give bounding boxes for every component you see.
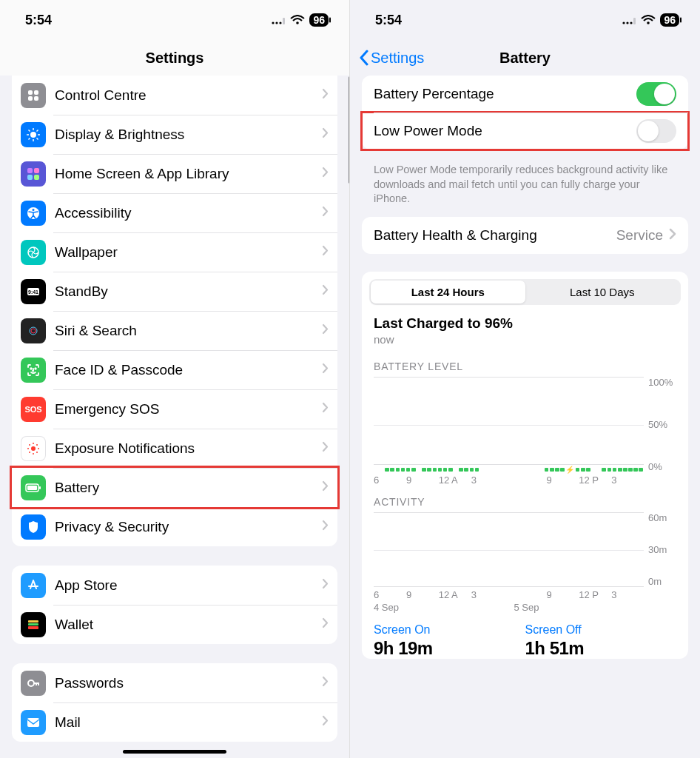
settings-row-brightness[interactable]: Display & Brightness [12,115,337,154]
row-label: Privacy & Security [55,519,322,535]
svg-point-38 [36,444,38,446]
wifi-icon [641,15,656,25]
svg-rect-20 [27,175,33,180]
chevron-right-icon [322,715,329,729]
row-label: Wallpaper [55,244,322,261]
y-axis-labels: 60m 30m 0m [644,512,676,587]
svg-point-35 [27,448,29,449]
settings-row-sos[interactable]: SOSEmergency SOS [12,389,337,429]
screen-time-summary: Screen On 9h 19m Screen Off 1h 51m [374,623,676,659]
home-screen-icon [21,161,46,187]
chevron-right-icon [322,245,329,259]
page-title: Settings [146,50,204,67]
row-label: Exposure Notifications [55,440,322,457]
settings-row-siri[interactable]: Siri & Search [12,311,337,350]
wifi-icon [290,15,305,25]
battery-options-group: Battery Percentage Low Power Mode [362,76,688,150]
svg-point-33 [33,443,34,444]
svg-rect-7 [28,96,33,101]
sos-icon: SOS [21,397,46,422]
settings-row-standby[interactable]: 9:41StandBy [12,272,337,311]
screen-on-column[interactable]: Screen On 9h 19m [374,623,525,659]
battery-percentage-toggle[interactable] [636,82,676,106]
settings-row-faceid[interactable]: Face ID & Passcode [12,350,337,389]
chevron-right-icon [322,284,329,298]
settings-row-accessibility[interactable]: Accessibility [12,193,337,232]
svg-line-16 [29,138,30,139]
date-labels: 4 Sep5 Sep [374,602,676,613]
svg-point-9 [30,132,36,138]
chevron-right-icon [322,167,329,181]
battery-percentage-label: Battery Percentage [374,86,494,102]
svg-point-32 [31,446,36,451]
screen-off-column[interactable]: Screen Off 1h 51m [525,623,677,659]
home-indicator[interactable] [123,750,226,754]
row-label: Face ID & Passcode [55,362,322,378]
svg-point-4 [297,21,300,24]
cellular-icon [622,15,636,25]
settings-row-home-screen[interactable]: Home Screen & App Library [12,154,337,193]
svg-line-14 [29,130,30,131]
battery-health-label: Battery Health & Charging [374,227,537,244]
battery-percentage-row[interactable]: Battery Percentage [362,76,688,113]
svg-point-39 [29,452,30,453]
row-label: Accessibility [55,205,322,221]
settings-row-wallet[interactable]: Wallet [12,605,337,644]
row-label: Emergency SOS [55,401,322,417]
nav-bar: Settings Battery [350,40,700,76]
status-bar: 5:54 96 [0,0,349,40]
settings-row-passwords[interactable]: Passwords [12,663,337,702]
svg-rect-43 [39,486,41,489]
battery-screen: 5:54 96 Settings Battery Battery Percent… [350,0,700,758]
svg-rect-6 [34,90,38,95]
settings-row-battery[interactable]: Battery [12,468,337,507]
svg-point-30 [30,368,32,369]
battery-health-row[interactable]: Battery Health & Charging Service [362,217,688,254]
settings-row-privacy[interactable]: Privacy & Security [12,507,337,546]
passwords-icon [21,671,46,696]
y-axis-labels: 100% 50% 0% [644,377,676,472]
svg-rect-52 [633,18,636,24]
row-label: Siri & Search [55,323,322,339]
low-power-mode-row[interactable]: Low Power Mode [362,113,688,150]
tab-last-10-days[interactable]: Last 10 Days [525,281,680,303]
row-label: Display & Brightness [55,127,322,143]
row-label: Mail [55,714,322,731]
battery-icon [21,475,46,500]
accessibility-icon [21,201,46,226]
svg-point-2 [280,21,282,24]
svg-text:9:41: 9:41 [28,289,38,295]
svg-point-51 [630,21,633,24]
chevron-right-icon [322,480,329,494]
chevron-right-icon [322,127,329,141]
low-power-mode-toggle[interactable] [636,119,676,143]
settings-row-appstore[interactable]: App Store [12,566,337,605]
row-label: StandBy [55,284,322,300]
screen-on-value: 9h 19m [374,638,525,659]
tab-last-24-hours[interactable]: Last 24 Hours [371,281,525,303]
svg-point-31 [35,368,36,369]
svg-rect-3 [283,18,285,24]
time-range-segmented[interactable]: Last 24 Hours Last 10 Days [369,279,681,305]
status-icons: 96 [271,13,329,27]
settings-row-mail[interactable]: Mail [12,702,337,742]
svg-rect-21 [34,175,39,180]
settings-row-wallpaper[interactable]: Wallpaper [12,232,337,272]
svg-line-15 [37,138,38,139]
settings-row-exposure[interactable]: Exposure Notifications [12,429,337,468]
svg-rect-48 [27,718,39,727]
svg-point-47 [28,680,34,686]
chevron-right-icon [322,88,329,102]
svg-point-40 [36,452,38,453]
row-label: Home Screen & App Library [55,166,322,182]
battery-usage-card: Last 24 Hours Last 10 Days Last Charged … [362,272,688,659]
battery-level-chart: BATTERY LEVEL ⚡ 100% 50% 0% 6912 A3912 P… [374,360,676,486]
back-button[interactable]: Settings [359,40,424,76]
wallpaper-icon [21,240,46,265]
privacy-icon [21,514,46,540]
battery-health-value: Service [616,227,663,244]
chevron-right-icon [322,676,329,690]
status-time: 5:54 [25,13,52,28]
settings-row-control-centre[interactable]: Control Centre [12,76,337,115]
chevron-right-icon [322,578,329,592]
